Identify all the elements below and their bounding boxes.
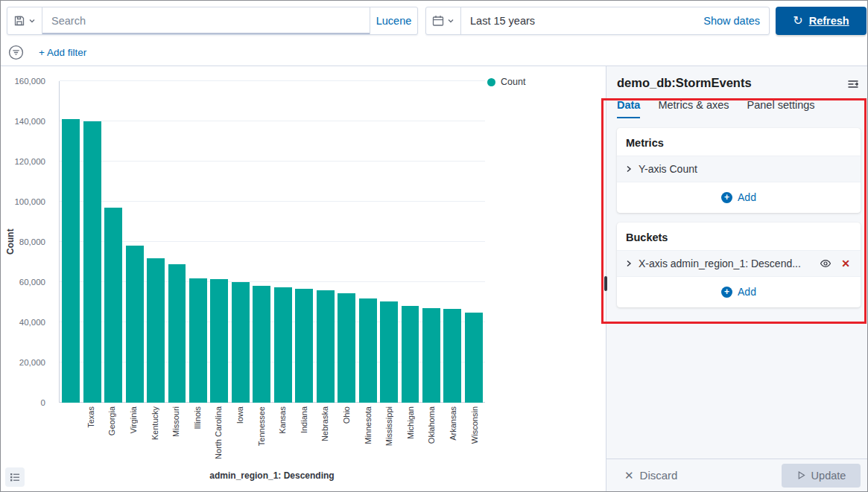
bars [60, 81, 485, 403]
x-tick-label: North Carolina [214, 406, 223, 459]
bar[interactable] [422, 308, 440, 403]
legend-swatch [487, 78, 495, 86]
visualization-chart: Count Count 020,00040,00060,00080,000100… [1, 66, 606, 492]
discard-button[interactable]: ✕ Discard [624, 469, 677, 482]
remove-bucket-button[interactable]: ✕ [838, 256, 853, 271]
calendar-icon [432, 15, 444, 27]
add-bucket-label: Add [738, 286, 756, 298]
x-tick-label: Illinois [193, 406, 202, 429]
bar[interactable] [295, 289, 313, 403]
y-axis-ticks: 020,00040,00060,00080,000100,000120,0001… [1, 81, 51, 403]
x-tick-label: Wisconsin [470, 406, 479, 444]
x-tick-label: Missouri [171, 406, 180, 437]
search-input[interactable] [42, 7, 370, 34]
eye-icon [820, 258, 831, 269]
close-icon: ✕ [624, 469, 634, 482]
bar[interactable] [402, 306, 419, 403]
query-bar: Lucene [7, 7, 418, 35]
chevron-down-icon [28, 17, 36, 25]
toggle-visibility-button[interactable] [818, 256, 833, 271]
collapse-sidebar-button[interactable] [846, 77, 861, 92]
resizer-handle[interactable] [604, 276, 607, 291]
bar[interactable] [232, 282, 250, 403]
legend-label: Count [501, 77, 525, 87]
filter-icon[interactable] [8, 45, 24, 60]
refresh-icon: ↻ [793, 15, 802, 27]
bar[interactable] [147, 258, 165, 403]
chevron-down-icon [447, 17, 454, 25]
bar[interactable] [83, 121, 101, 403]
list-icon [9, 471, 21, 483]
x-tick-label: Ohio [342, 406, 351, 424]
save-icon [13, 15, 25, 27]
refresh-button[interactable]: ↻ Refresh [776, 7, 867, 35]
y-tick-label: 0 [41, 398, 45, 407]
calendar-button[interactable] [426, 7, 461, 34]
plus-icon: + [721, 287, 732, 298]
bar[interactable] [465, 313, 483, 403]
menu-right-icon [847, 78, 859, 90]
x-tick-label: Kentucky [151, 406, 159, 440]
discard-label: Discard [640, 469, 678, 482]
bar[interactable] [359, 298, 377, 403]
x-tick-label: Kansas [278, 406, 287, 434]
sidebar-tabs: Data Metrics & axes Panel settings [617, 99, 867, 118]
x-tick-label: Oklahoma [427, 406, 436, 444]
y-tick-label: 20,000 [19, 358, 45, 367]
buckets-card: Buckets X-axis admin_region_1: Descend..… [617, 223, 861, 307]
bucket-row-label: X-axis admin_region_1: Descend... [639, 258, 813, 269]
panel-resizer[interactable] [606, 66, 606, 491]
x-tick-label: Texas [86, 406, 95, 428]
bar[interactable] [210, 279, 228, 403]
bar[interactable] [317, 290, 335, 403]
bar[interactable] [189, 278, 207, 403]
chart-legend[interactable]: Count [487, 77, 525, 87]
metric-y-axis-row[interactable]: Y-axis Count [617, 156, 861, 182]
time-picker: Last 15 years Show dates [425, 7, 770, 35]
filter-bar: + Add filter [8, 42, 86, 62]
x-tick-label: Tennessee [257, 406, 266, 446]
x-tick-label: Iowa [235, 406, 244, 424]
top-navigation-bar: Lucene Last 15 years Show dates ↻ Refres… [1, 1, 867, 66]
add-metric-label: Add [738, 191, 756, 203]
bar[interactable] [168, 264, 186, 403]
x-tick-label: Indiana [300, 406, 308, 433]
bar[interactable] [443, 309, 461, 403]
bar[interactable] [104, 208, 122, 403]
add-bucket-button[interactable]: + Add [721, 286, 756, 298]
metrics-header: Metrics [617, 128, 861, 156]
tab-panel-settings[interactable]: Panel settings [747, 99, 815, 118]
x-tick-label: Minnesota [364, 406, 373, 444]
bar[interactable] [253, 286, 270, 403]
add-metric-button[interactable]: + Add [721, 191, 756, 203]
chevron-right-icon [624, 164, 633, 173]
x-tick-label: Georgia [107, 406, 116, 435]
saved-query-menu-button[interactable] [7, 7, 42, 34]
remove-icon: ✕ [841, 258, 850, 269]
bar[interactable] [126, 246, 144, 403]
index-pattern-title: demo_db:StormEvents [617, 76, 843, 90]
update-label: Update [811, 470, 846, 482]
time-range-label[interactable]: Last 15 years [461, 7, 694, 34]
sidebar-header: demo_db:StormEvents [606, 66, 867, 90]
editor-sidebar: demo_db:StormEvents Data Metrics & axes … [606, 66, 867, 491]
sidebar-footer: ✕ Discard Update [606, 459, 867, 491]
y-tick-label: 40,000 [19, 318, 45, 327]
bucket-x-axis-row[interactable]: X-axis admin_region_1: Descend... ✕ [617, 250, 861, 277]
query-language-button[interactable]: Lucene [370, 7, 417, 34]
buckets-header: Buckets [617, 223, 861, 250]
tab-metrics-axes[interactable]: Metrics & axes [658, 99, 729, 118]
bar[interactable] [338, 293, 355, 403]
update-button[interactable]: Update [782, 464, 861, 488]
legend-toggle-button[interactable] [5, 467, 25, 487]
plot-area [59, 81, 485, 403]
y-tick-label: 100,000 [14, 197, 45, 206]
tab-data[interactable]: Data [617, 99, 640, 118]
add-filter-button[interactable]: + Add filter [39, 47, 86, 58]
play-icon [796, 470, 806, 480]
bar[interactable] [380, 301, 398, 403]
bar[interactable] [274, 287, 292, 403]
y-tick-label: 60,000 [19, 278, 45, 287]
bar[interactable] [62, 119, 80, 403]
show-dates-button[interactable]: Show dates [694, 7, 769, 34]
